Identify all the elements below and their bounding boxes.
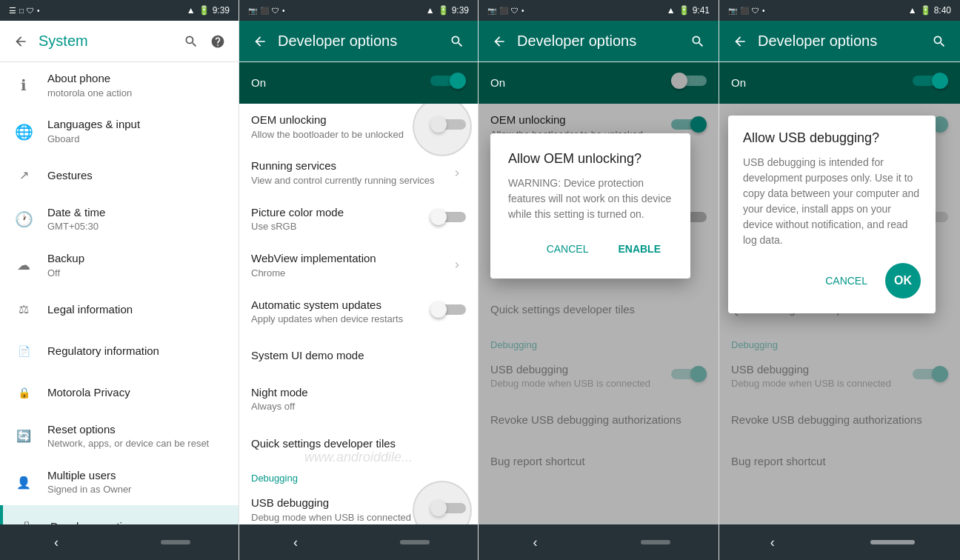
wifi-icon-r2: ▲	[908, 5, 917, 16]
time-r2: 8:40	[934, 5, 951, 16]
notif-icon-m: 📷	[248, 7, 257, 15]
oem-dialog-overlay: Allow OEM unlocking? WARNING: Device pro…	[479, 104, 719, 524]
quick-settings-row[interactable]: Quick settings developer tiles	[239, 422, 478, 464]
cloud-icon-r2: ⬛	[740, 7, 749, 15]
privacy-icon: 🔒	[12, 381, 36, 404]
privacy-title: Motorola Privacy	[47, 385, 227, 400]
legal-icon: ⚖	[12, 298, 36, 321]
nav-bar-left: ‹	[0, 524, 239, 560]
running-services-subtitle: View and control currently running servi…	[251, 175, 448, 187]
usb-ok-button[interactable]: OK	[885, 263, 921, 299]
usb-dialog-overlay: Allow USB debugging? USB debugging is in…	[719, 104, 960, 524]
on-row-r1[interactable]: On	[479, 62, 719, 104]
settings-list-r1: OEM unlocking Allow the bootloader to be…	[479, 104, 719, 524]
oem-enable-button[interactable]: Enable	[606, 237, 673, 261]
datetime-icon: 🕐	[12, 207, 36, 231]
night-mode-row[interactable]: Night mode Always off	[239, 376, 478, 422]
running-services-title: Running services	[251, 159, 448, 173]
setting-about[interactable]: ℹ About phone motorola one action	[0, 62, 239, 108]
on-label-r2: On	[731, 76, 913, 90]
status-bar-left: ☰ □ 🛡 • ▲ 🔋 9:39	[0, 0, 239, 21]
usb-dialog: Allow USB debugging? USB debugging is in…	[728, 116, 936, 313]
search-icon-r2[interactable]	[930, 33, 948, 50]
running-services-arrow	[448, 164, 466, 182]
setting-reset[interactable]: 🔄 Reset options Network, apps, or device…	[0, 413, 239, 459]
battery-icon-r2: 🔋	[920, 5, 931, 16]
developer-options-panel-oem: 📷 ⬛ 🛡 • ▲ 🔋 9:41 Developer options	[479, 0, 719, 560]
picture-color-row[interactable]: Picture color mode Use sRGB	[239, 196, 478, 242]
on-toggle-r1[interactable]	[671, 73, 707, 93]
on-toggle-r2[interactable]	[913, 73, 948, 93]
status-icons-left: ☰ □ 🛡 •	[9, 6, 40, 16]
auto-updates-row[interactable]: Automatic system updates Apply updates w…	[239, 289, 478, 335]
usb-dialog-title: Allow USB debugging?	[743, 130, 921, 146]
users-icon: 👤	[12, 470, 36, 494]
usb-debugging-row[interactable]: USB debugging Debug mode when USB is con…	[239, 487, 478, 524]
nav-back-r2[interactable]: ‹	[764, 529, 781, 556]
nav-indicator-r2	[870, 540, 915, 544]
setting-users[interactable]: 👤 Multiple users Signed in as Owner	[0, 459, 239, 505]
search-icon-r1[interactable]	[689, 33, 707, 50]
about-title: About phone	[47, 71, 227, 86]
auto-updates-toggle[interactable]	[430, 301, 466, 322]
oem-cancel-button[interactable]: Cancel	[535, 237, 601, 261]
quick-settings-title: Quick settings developer tiles	[251, 436, 466, 451]
search-icon-left[interactable]	[182, 33, 200, 50]
picture-color-toggle[interactable]	[430, 209, 466, 230]
toolbar-r1: Developer options	[479, 21, 719, 62]
status-bar-middle: 📷 ⬛ 🛡 • ▲ 🔋 9:39	[239, 0, 478, 21]
notification-icon: ☰	[9, 6, 16, 16]
oem-dialog-content: WARNING: Device protection features will…	[508, 176, 673, 222]
wifi-icon-r1: ▲	[667, 5, 676, 16]
webview-subtitle: Chrome	[251, 267, 448, 280]
setting-gestures[interactable]: ↗ Gestures	[0, 155, 239, 196]
back-icon-r2[interactable]	[731, 33, 749, 50]
nav-back-middle[interactable]: ‹	[287, 529, 304, 556]
system-ui-demo-row[interactable]: System UI demo mode	[239, 335, 478, 376]
toolbar-title-middle: Developer options	[278, 33, 439, 50]
setting-legal[interactable]: ⚖ Legal information	[0, 289, 239, 330]
night-mode-subtitle: Always off	[251, 401, 466, 413]
dot-icon: •	[37, 7, 40, 15]
cloud-icon: □	[19, 7, 24, 15]
on-label: On	[251, 76, 430, 90]
help-icon-left[interactable]	[209, 33, 227, 50]
auto-updates-title: Automatic system updates	[251, 298, 430, 313]
developer-toggle[interactable]	[430, 73, 466, 93]
users-subtitle: Signed in as Owner	[47, 484, 227, 496]
setting-languages[interactable]: 🌐 Languages & input Gboard	[0, 108, 239, 154]
status-bar-r2: 📷 ⬛ 🛡 • ▲ 🔋 8:40	[719, 0, 960, 21]
setting-backup[interactable]: ☁ Backup Off	[0, 242, 239, 288]
setting-regulatory[interactable]: 📄 Regulatory information	[0, 330, 239, 372]
webview-title: WebView implementation	[251, 251, 448, 266]
usb-dialog-actions: Cancel OK	[743, 263, 921, 299]
nav-back-r1[interactable]: ‹	[527, 529, 544, 556]
usb-circle-highlight	[413, 481, 472, 524]
regulatory-icon: 📄	[12, 339, 36, 363]
status-right-left: ▲ 🔋 9:39	[187, 5, 230, 16]
nav-bar-middle: ‹	[239, 524, 478, 560]
developer-settings-list: www.androiddile... OEM unlocking Allow t…	[239, 104, 478, 524]
oem-subtitle: Allow the bootloader to be unlocked	[251, 129, 430, 141]
setting-developer[interactable]: {} Developer options	[0, 505, 239, 524]
nav-indicator-left	[161, 540, 190, 544]
search-icon-middle[interactable]	[448, 33, 466, 50]
oem-unlocking-row[interactable]: OEM unlocking Allow the bootloader to be…	[239, 104, 478, 150]
nav-back-left[interactable]: ‹	[48, 529, 64, 556]
webview-row[interactable]: WebView implementation Chrome	[239, 242, 478, 288]
back-icon-middle[interactable]	[251, 33, 269, 50]
setting-privacy[interactable]: 🔒 Motorola Privacy	[0, 372, 239, 413]
on-row-r2[interactable]: On	[719, 62, 960, 104]
backup-subtitle: Off	[47, 267, 227, 280]
developer-on-row[interactable]: On	[239, 62, 478, 104]
back-icon-left[interactable]	[12, 33, 30, 50]
back-icon-r1[interactable]	[490, 33, 508, 50]
usb-cancel-button[interactable]: Cancel	[813, 263, 879, 299]
nav-bar-r2: ‹	[719, 524, 960, 560]
setting-datetime[interactable]: 🕐 Date & time GMT+05:30	[0, 196, 239, 242]
toolbar-left: System	[0, 21, 239, 62]
running-services-row[interactable]: Running services View and control curren…	[239, 150, 478, 196]
toolbar-title-r1: Developer options	[517, 33, 680, 50]
oem-circle-highlight	[413, 104, 472, 156]
privacy-icon-r1: 🛡	[511, 7, 519, 15]
